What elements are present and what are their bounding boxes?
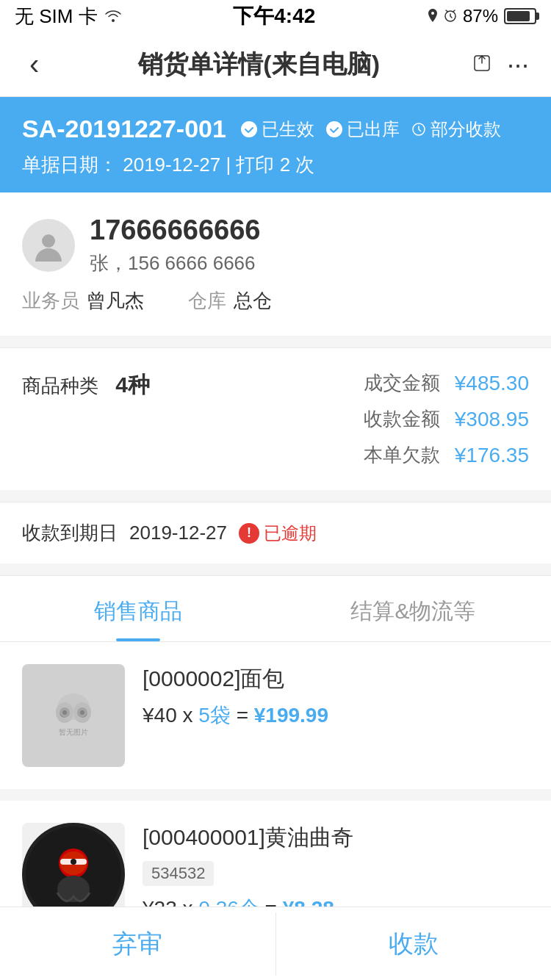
svg-point-16 [71,859,76,865]
tab-settlement[interactable]: 结算&物流等 [276,576,551,641]
warehouse-label: 仓库 [188,288,226,314]
deal-amount-item: 成交金额 ¥485.30 [276,370,529,396]
due-section: 收款到期日 2019-12-27 ! 已逾期 [0,502,551,563]
tab-sales-product[interactable]: 销售商品 [0,576,276,641]
customer-details: 17666666666 张，156 6666 6666 [90,215,260,276]
svg-point-10 [57,693,90,720]
nav-bar: ‹ 销货单详情(来自电脑) ··· [0,32,551,97]
product-types: 商品种类 4种 [22,370,276,400]
due-date-value: 2019-12-27 [129,522,227,544]
tab1-label: 销售商品 [94,599,182,623]
svg-text:暂无图片: 暂无图片 [59,728,88,736]
salesperson-label: 业务员 [22,288,79,314]
status-left: 无 SIM 卡 [15,4,121,29]
banner-date-row: 单据日期： 2019-12-27 | 打印 2 次 [22,152,529,178]
product-info-1: [0000002]面包 ¥40 x 5袋 = ¥199.99 [143,664,529,729]
product-name-1: [0000002]面包 [143,664,529,694]
customer-sub: 张，156 6666 6666 [90,251,260,276]
clock-icon [411,122,426,137]
summary-left: 商品种类 4种 [22,370,276,400]
status-tag-outbound: 已出库 [326,118,400,141]
wifi-icon [105,10,121,22]
battery-percent: 87% [463,6,498,26]
tab-underline [116,638,160,641]
share-button[interactable] [472,49,492,80]
carrier-label: 无 SIM 卡 [15,4,98,29]
print-info: | 打印 2 次 [226,154,314,176]
salesperson-item: 业务员 曾凡杰 [22,288,144,314]
overdue-label: 已逾期 [264,522,317,545]
total-1: ¥199.99 [254,704,328,727]
status-partial-label: 部分收款 [431,118,501,141]
page-title: 销货单详情(来自电脑) [138,48,380,82]
product-sku-2: 534532 [143,861,214,886]
product-types-count: 4种 [115,372,150,397]
owl-logo: 暂无图片 [22,664,125,767]
check-icon-outbound [326,121,342,137]
due-date-label: 收款到期日 [22,520,118,546]
header-banner: SA-20191227-001 已生效 已出库 部分收款 [0,97,551,192]
svg-point-3 [42,234,55,248]
customer-meta: 业务员 曾凡杰 仓库 总仓 [22,288,529,314]
qty-1: 5袋 [198,704,231,727]
owed-amount-item: 本单欠款 ¥176.35 [276,442,529,468]
salesperson-name: 曾凡杰 [87,288,144,314]
cancel-review-button[interactable]: 弃审 [0,912,276,976]
status-right: 87% [428,6,536,26]
product-thumb-1: 暂无图片 [22,664,125,767]
deal-amount: ¥485.30 [455,372,529,395]
status-active-label: 已生效 [262,118,314,141]
status-tags: 已生效 已出库 部分收款 [241,118,501,141]
alarm-icon [444,6,457,26]
warehouse-item: 仓库 总仓 [188,288,272,314]
order-date: 2019-12-27 [123,154,220,176]
customer-name: 17666666666 [90,215,260,246]
customer-row: 17666666666 张，156 6666 6666 [22,215,529,276]
order-id: SA-20191227-001 [22,115,226,143]
received-amount-label: 收款金额 [364,406,440,432]
product-price-1: ¥40 x 5袋 = ¥199.99 [143,702,529,729]
product-name-2: [000400001]黄油曲奇 [143,823,529,853]
price-base-1: ¥40 x [143,704,198,727]
deal-amount-label: 成交金额 [364,370,440,396]
collect-payment-button[interactable]: 收款 [276,912,552,976]
price-equals-1: = [237,704,254,727]
more-button[interactable]: ··· [507,49,529,80]
summary-section: 商品种类 4种 成交金额 ¥485.30 收款金额 ¥308.95 本单欠款 ¥… [0,348,551,490]
status-tag-active: 已生效 [241,118,314,141]
product-item-1: 暂无图片 [0000002]面包 ¥40 x 5袋 = ¥199.99 [0,642,551,789]
status-tag-partial: 部分收款 [411,118,501,141]
received-amount: ¥308.95 [455,408,529,431]
owed-amount-label: 本单欠款 [364,442,440,468]
location-icon [428,6,438,26]
warehouse-name: 总仓 [234,288,272,314]
overdue-badge: ! 已逾期 [239,522,317,545]
status-bar: 无 SIM 卡 下午4:42 87% [0,0,551,32]
tab2-label: 结算&物流等 [350,599,475,623]
nav-actions: ··· [472,49,529,80]
status-time: 下午4:42 [233,2,315,30]
overdue-icon: ! [239,523,259,544]
back-button[interactable]: ‹ [22,40,46,88]
battery-icon [504,8,536,24]
received-amount-item: 收款金额 ¥308.95 [276,406,529,432]
avatar [22,219,75,272]
bottom-bar: 弃审 收款 [0,907,551,980]
status-outbound-label: 已出库 [347,118,400,141]
summary-right: 成交金额 ¥485.30 收款金额 ¥308.95 本单欠款 ¥176.35 [276,370,529,468]
product-types-label: 商品种类 [22,375,98,397]
tabs: 销售商品 结算&物流等 [0,576,551,642]
owed-amount: ¥176.35 [455,444,529,467]
check-icon-active [241,121,257,137]
date-label: 单据日期： [22,154,118,176]
banner-row1: SA-20191227-001 已生效 已出库 部分收款 [22,115,529,143]
customer-section: 17666666666 张，156 6666 6666 业务员 曾凡杰 仓库 总… [0,192,551,336]
